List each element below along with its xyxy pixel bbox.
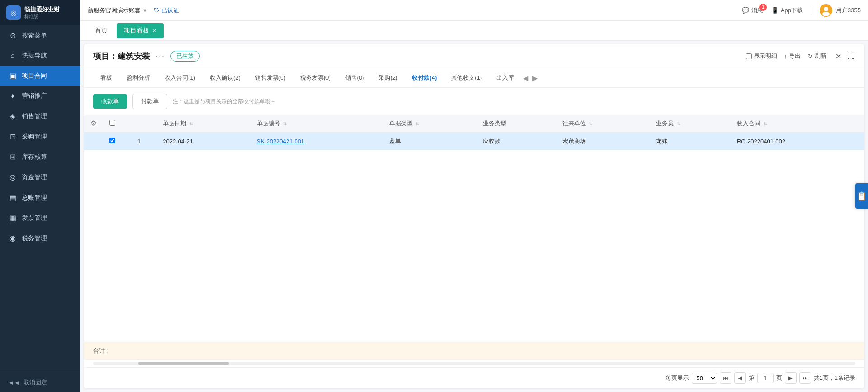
sub-nav-next-arrow[interactable]: ▶ xyxy=(530,70,539,86)
sub-nav-income-contract[interactable]: 收入合同(1) xyxy=(157,68,203,87)
th-doc-type[interactable]: 单据类型 ⇅ xyxy=(383,115,477,133)
settings-icon[interactable]: ⚙ xyxy=(90,120,97,127)
sidebar-item-label: 销售管理 xyxy=(22,112,47,120)
receipt-btn[interactable]: 收款单 xyxy=(93,94,127,109)
sort-icon: ⇅ xyxy=(189,121,193,126)
float-right-button[interactable]: 📋 xyxy=(855,183,868,209)
sidebar-item-fund[interactable]: ◎ 资金管理 xyxy=(0,167,80,187)
sidebar-item-label: 总账管理 xyxy=(22,194,47,202)
prev-page-button[interactable]: ◀ xyxy=(734,372,746,384)
tab-home[interactable]: 首页 xyxy=(88,23,115,38)
sub-nav-tax-invoice[interactable]: 税务发票(0) xyxy=(293,68,338,87)
sidebar-item-label: 营销推广 xyxy=(22,92,47,100)
svg-point-1 xyxy=(824,7,828,11)
export-button[interactable]: ↑ 导出 xyxy=(784,52,801,60)
app-logo-icon: ◎ xyxy=(6,5,21,20)
sub-nav-sales-invoice[interactable]: 销售发票(0) xyxy=(248,68,293,87)
sub-nav-receipt[interactable]: 收付款(4) xyxy=(405,68,444,87)
row-checkbox[interactable] xyxy=(109,138,115,143)
sidebar-item-invoice[interactable]: ▦ 发票管理 xyxy=(0,208,80,228)
page-suffix: 页 xyxy=(776,374,782,382)
td-partner: 宏茂商场 xyxy=(556,133,650,150)
project-icon: ▣ xyxy=(8,72,17,80)
td-index: 1 xyxy=(122,133,156,150)
page-input[interactable] xyxy=(757,373,774,383)
sidebar-item-sales[interactable]: ◈ 销售管理 xyxy=(0,106,80,126)
first-page-button[interactable]: ⏮ xyxy=(720,372,731,384)
table-header-row: ⚙ 单据日期 ⇅ 单据编号 ⇅ xyxy=(84,115,864,133)
invoice-icon: ▦ xyxy=(8,214,17,222)
account-name: 新服务官网演示账套 xyxy=(88,6,141,14)
payment-btn[interactable]: 付款单 xyxy=(132,94,167,109)
app-download-button[interactable]: 📱 App下载 xyxy=(771,6,803,14)
note-text: 注：这里是与项目关联的全部收付款单哦～ xyxy=(173,98,276,105)
th-gear[interactable]: ⚙ xyxy=(84,115,103,133)
last-page-button[interactable]: ⏭ xyxy=(799,372,811,384)
show-detail-input[interactable] xyxy=(746,53,752,59)
sidebar-item-inventory[interactable]: ⊞ 库存核算 xyxy=(0,147,80,167)
sub-nav-kanban[interactable]: 看板 xyxy=(93,68,119,87)
th-income-contract[interactable]: 收入合同 ⇅ xyxy=(731,115,864,133)
th-doc-no[interactable]: 单据编号 ⇅ xyxy=(250,115,383,133)
doc-no-link[interactable]: SK-20220421-001 xyxy=(257,138,305,145)
export-icon: ↑ xyxy=(784,53,788,60)
sidebar-footer[interactable]: ◄◄ 取消固定 xyxy=(0,373,80,392)
refresh-button[interactable]: ↻ 刷新 xyxy=(808,52,826,60)
sub-nav-inout-storage[interactable]: 出入库 xyxy=(489,68,521,87)
app-subtitle: 标准版 xyxy=(24,14,60,20)
maximize-window-button[interactable]: ⛶ xyxy=(846,52,855,61)
show-detail-checkbox[interactable]: 显示明细 xyxy=(746,52,777,60)
sub-nav-prev-arrow[interactable]: ◀ xyxy=(521,70,530,86)
td-gear xyxy=(84,133,103,150)
total-bar: 合计： xyxy=(84,342,864,359)
sidebar-item-label: 税务管理 xyxy=(22,234,47,243)
sidebar-item-search[interactable]: ⊙ 搜索菜单 xyxy=(0,25,80,46)
sidebar-item-project-contract[interactable]: ▣ 项目合同 xyxy=(0,66,80,86)
sidebar-item-ledger[interactable]: ▤ 总账管理 xyxy=(0,187,80,208)
tax-icon: ◉ xyxy=(8,234,17,243)
sidebar: ◎ 畅捷通好业财 标准版 ⊙ 搜索菜单 ⌂ 快捷导航 ▣ 项目合同 ♦ 营销推广… xyxy=(0,0,80,392)
page-label: 第 xyxy=(749,374,755,382)
project-more-button[interactable]: ··· xyxy=(156,52,165,61)
float-right-icon: 📋 xyxy=(857,191,867,201)
account-selector[interactable]: 新服务官网演示账套 ▼ xyxy=(88,6,147,14)
sort-icon: ⇅ xyxy=(415,121,419,126)
tab-project-board[interactable]: 项目看板 ✕ xyxy=(117,23,164,38)
table-wrap: ⚙ 单据日期 ⇅ 单据编号 ⇅ xyxy=(84,115,864,342)
td-doc-no[interactable]: SK-20220421-001 xyxy=(250,133,383,150)
certified-label: 已认证 xyxy=(161,6,179,14)
td-salesperson: 龙妹 xyxy=(650,133,731,150)
messages-button[interactable]: 💬 消息 1 xyxy=(742,6,763,14)
next-page-button[interactable]: ▶ xyxy=(785,372,797,384)
sub-nav-purchase[interactable]: 采购(2) xyxy=(371,68,405,87)
sidebar-item-purchase[interactable]: ⊡ 采购管理 xyxy=(0,126,80,147)
close-window-button[interactable]: ✕ xyxy=(834,52,843,61)
per-page-select[interactable]: 50 100 200 xyxy=(692,373,717,384)
user-menu[interactable]: 用户3355 xyxy=(820,4,861,17)
td-income-contract: RC-20220401-002 xyxy=(731,133,864,150)
sidebar-item-quick-nav[interactable]: ⌂ 快捷导航 xyxy=(0,46,80,66)
sub-nav-sales[interactable]: 销售(0) xyxy=(338,68,372,87)
sidebar-item-marketing[interactable]: ♦ 营销推广 xyxy=(0,86,80,106)
sub-nav-profit[interactable]: 盈利分析 xyxy=(119,68,157,87)
tab-home-label: 首页 xyxy=(95,27,108,35)
th-partner[interactable]: 往来单位 ⇅ xyxy=(556,115,650,133)
scrollbar-thumb[interactable] xyxy=(138,362,229,365)
select-all-checkbox[interactable] xyxy=(109,120,115,126)
sort-icon: ⇅ xyxy=(589,121,592,126)
close-tab-icon[interactable]: ✕ xyxy=(152,28,156,34)
scrollbar-track xyxy=(93,362,855,365)
sub-nav: 看板 盈利分析 收入合同(1) 收入确认(2) 销售发票(0) 税务发票(0) … xyxy=(84,68,864,88)
data-table: ⚙ 单据日期 ⇅ 单据编号 ⇅ xyxy=(84,115,864,150)
th-salesperson[interactable]: 业务员 ⇅ xyxy=(650,115,731,133)
content-controls: 收款单 付款单 注：这里是与项目关联的全部收付款单哦～ xyxy=(84,88,864,115)
sub-nav-other-income[interactable]: 其他收支(1) xyxy=(444,68,489,87)
tabs-bar: 首页 项目看板 ✕ xyxy=(80,21,868,41)
user-label: 用户3355 xyxy=(836,6,861,14)
ledger-icon: ▤ xyxy=(8,193,17,202)
th-doc-date[interactable]: 单据日期 ⇅ xyxy=(156,115,250,133)
table-row[interactable]: 1 2022-04-21 SK-20220421-001 蓝单 应收款 宏茂商场… xyxy=(84,133,864,150)
th-biz-type: 业务类型 xyxy=(476,115,556,133)
sub-nav-income-confirm[interactable]: 收入确认(2) xyxy=(203,68,248,87)
sidebar-item-tax[interactable]: ◉ 税务管理 xyxy=(0,228,80,249)
